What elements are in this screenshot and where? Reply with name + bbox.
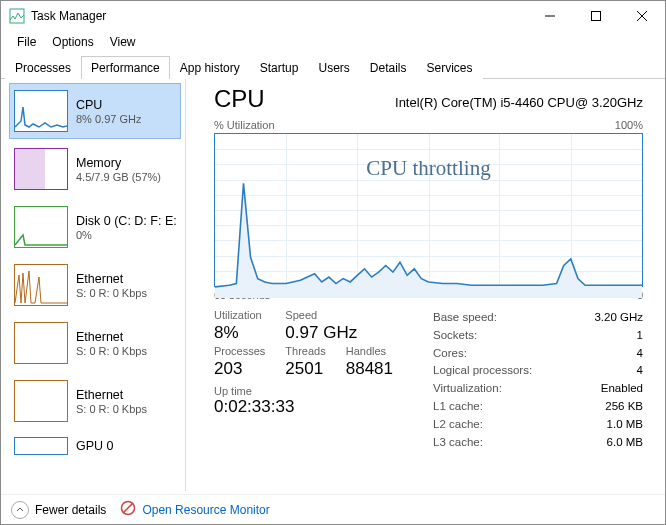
detail-row: L3 cache:6.0 MB: [433, 434, 643, 452]
chart-annotation: CPU throttling: [215, 156, 642, 181]
sidebar-item-ethernet-0[interactable]: Ethernet S: 0 R: 0 Kbps: [9, 257, 181, 313]
detail-label: Sockets:: [433, 327, 477, 345]
speed-label: Speed: [285, 309, 325, 321]
detail-row: Virtualization:Enabled: [433, 380, 643, 398]
window-title: Task Manager: [31, 9, 106, 23]
cpu-details-table: Base speed:3.20 GHzSockets:1Cores:4Logic…: [433, 309, 643, 452]
svg-line-6: [123, 503, 133, 513]
maximize-button[interactable]: [573, 1, 619, 31]
processes-label: Processes: [214, 345, 265, 357]
tab-users[interactable]: Users: [308, 56, 359, 79]
sidebar-item-ethernet-1[interactable]: Ethernet S: 0 R: 0 Kbps: [9, 315, 181, 371]
ethernet-thumb-icon: [14, 322, 68, 364]
uptime-label: Up time: [214, 385, 393, 397]
tab-processes[interactable]: Processes: [5, 56, 81, 79]
close-button[interactable]: [619, 1, 665, 31]
detail-value: 4: [637, 362, 643, 380]
fewer-details-label: Fewer details: [35, 503, 106, 517]
memory-thumb-icon: [14, 148, 68, 190]
speed-value: 0.97 GHz: [285, 323, 393, 343]
detail-value: 4: [637, 345, 643, 363]
menubar: File Options View: [1, 31, 665, 55]
open-resource-monitor-link[interactable]: Open Resource Monitor: [120, 500, 269, 519]
detail-label: L1 cache:: [433, 398, 483, 416]
detail-value: Enabled: [601, 380, 643, 398]
page-title: CPU: [214, 85, 265, 113]
chevron-up-icon: [11, 501, 29, 519]
sidebar-item-sub: 8% 0.97 GHz: [76, 113, 141, 125]
resource-monitor-icon: [120, 500, 136, 519]
sidebar-item-label: CPU: [76, 98, 141, 112]
sidebar-item-sub: 0%: [76, 229, 176, 241]
tab-app-history[interactable]: App history: [170, 56, 250, 79]
sidebar-item-memory[interactable]: Memory 4.5/7.9 GB (57%): [9, 141, 181, 197]
app-icon: [9, 8, 25, 24]
main-panel: CPU Intel(R) Core(TM) i5-4460 CPU@ 3.20G…: [186, 79, 665, 491]
sidebar-item-ethernet-2[interactable]: Ethernet S: 0 R: 0 Kbps: [9, 373, 181, 429]
ethernet-thumb-icon: [14, 380, 68, 422]
sidebar-item-label: Ethernet: [76, 330, 147, 344]
utilization-label: Utilization: [214, 309, 265, 321]
sidebar-item-sub: S: 0 R: 0 Kbps: [76, 345, 147, 357]
utilization-value: 8%: [214, 323, 265, 343]
detail-value: 256 KB: [605, 398, 643, 416]
disk-thumb-icon: [14, 206, 68, 248]
detail-value: 3.20 GHz: [594, 309, 643, 327]
handles-label: Handles: [346, 345, 393, 357]
cpu-utilization-chart[interactable]: CPU throttling: [214, 133, 643, 287]
tab-performance[interactable]: Performance: [81, 56, 170, 79]
detail-value: 1.0 MB: [607, 416, 643, 434]
gpu-thumb-icon: [14, 437, 68, 455]
tab-details[interactable]: Details: [360, 56, 417, 79]
menu-options[interactable]: Options: [44, 33, 101, 51]
uptime-value: 0:02:33:33: [214, 397, 393, 417]
content: CPU 8% 0.97 GHz Memory 4.5/7.9 GB (57%) …: [1, 79, 665, 491]
tab-services[interactable]: Services: [417, 56, 483, 79]
detail-label: L2 cache:: [433, 416, 483, 434]
detail-row: L2 cache:1.0 MB: [433, 416, 643, 434]
sidebar-item-label: Memory: [76, 156, 161, 170]
detail-label: Cores:: [433, 345, 467, 363]
detail-value: 1: [637, 327, 643, 345]
sidebar-item-label: Disk 0 (C: D: F: E:): [76, 214, 176, 228]
cpu-thumb-icon: [14, 90, 68, 132]
footer: Fewer details Open Resource Monitor: [1, 494, 665, 524]
detail-value: 6.0 MB: [607, 434, 643, 452]
sidebar-item-sub: S: 0 R: 0 Kbps: [76, 287, 147, 299]
sidebar-item-label: Ethernet: [76, 388, 147, 402]
handles-value: 88481: [346, 359, 393, 379]
chart-ylabel: % Utilization: [214, 119, 275, 131]
sidebar-item-sub: S: 0 R: 0 Kbps: [76, 403, 147, 415]
menu-view[interactable]: View: [102, 33, 144, 51]
detail-row: Logical processors:4: [433, 362, 643, 380]
chart-ymax: 100%: [615, 119, 643, 131]
sidebar-item-gpu-0[interactable]: GPU 0: [9, 431, 181, 461]
detail-row: L1 cache:256 KB: [433, 398, 643, 416]
detail-label: Virtualization:: [433, 380, 502, 398]
menu-file[interactable]: File: [9, 33, 44, 51]
sidebar-item-cpu[interactable]: CPU 8% 0.97 GHz: [9, 83, 181, 139]
tab-startup[interactable]: Startup: [250, 56, 309, 79]
sidebar-item-disk-0[interactable]: Disk 0 (C: D: F: E:) 0%: [9, 199, 181, 255]
minimize-button[interactable]: [527, 1, 573, 31]
threads-value: 2501: [285, 359, 325, 379]
tabstrip: Processes Performance App history Startu…: [1, 55, 665, 79]
detail-label: L3 cache:: [433, 434, 483, 452]
open-resource-monitor-label: Open Resource Monitor: [142, 503, 269, 517]
titlebar: Task Manager: [1, 1, 665, 31]
detail-label: Base speed:: [433, 309, 497, 327]
svg-rect-2: [592, 12, 601, 21]
detail-row: Sockets:1: [433, 327, 643, 345]
ethernet-thumb-icon: [14, 264, 68, 306]
detail-label: Logical processors:: [433, 362, 532, 380]
processes-value: 203: [214, 359, 265, 379]
sidebar-item-sub: 4.5/7.9 GB (57%): [76, 171, 161, 183]
sidebar-item-label: GPU 0: [76, 439, 114, 453]
detail-row: Cores:4: [433, 345, 643, 363]
cpu-model-name: Intel(R) Core(TM) i5-4460 CPU@ 3.20GHz: [395, 95, 643, 110]
sidebar-item-label: Ethernet: [76, 272, 147, 286]
threads-label: Threads: [285, 345, 325, 357]
fewer-details-button[interactable]: Fewer details: [11, 501, 106, 519]
sidebar: CPU 8% 0.97 GHz Memory 4.5/7.9 GB (57%) …: [1, 79, 186, 491]
detail-row: Base speed:3.20 GHz: [433, 309, 643, 327]
